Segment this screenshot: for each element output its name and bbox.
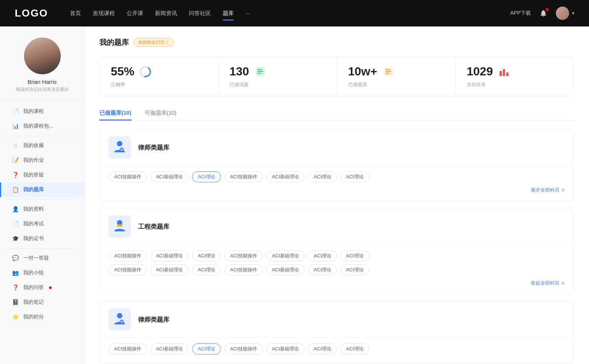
tag[interactable]: ACI理论 <box>308 264 337 275</box>
stat-done-b-value: 10w+ <box>348 65 377 78</box>
points-icon: ⭐ <box>12 314 19 320</box>
sidebar-item-label: 我的小组 <box>23 270 44 276</box>
nav-home[interactable]: 首页 <box>70 8 81 18</box>
navbar: LOGO 首页 发现课程 公开课 新闻资讯 问答社区 题库 ··· APP下载 … <box>0 0 589 26</box>
sidebar-item-my-questions[interactable]: ❓ 我的问答 <box>0 280 84 295</box>
tag[interactable]: ACI理论 <box>341 264 369 275</box>
profile-section: Brian Harris 错误的决定比没有决定要好 <box>0 38 84 100</box>
bank-card-1-body: ACI技能操作 ACI基础理论 ACI理论 ACI技能操作 ACI基础理论 AC… <box>100 165 574 201</box>
app-download-button[interactable]: APP下载 <box>510 10 531 17</box>
exam-icon: 📄 <box>12 221 19 227</box>
sidebar-item-my-points[interactable]: ⭐ 我的积分 <box>0 310 84 324</box>
sidebar-item-my-bank[interactable]: 📋 我的题库 <box>0 182 84 197</box>
avatar-image <box>24 38 61 74</box>
tag[interactable]: ACI技能操作 <box>109 343 147 354</box>
bank-2-tags-row2: ACI技能操作 ACI基础理论 ACI理论 ACI技能操作 ACI基础理论 AC… <box>109 264 565 275</box>
bank-card-1: 律师类题库 ACI技能操作 ACI基础理论 ACI理论 ACI技能操作 ACI基… <box>99 129 574 201</box>
sidebar-item-my-qa[interactable]: ❓ 我的答疑 <box>0 168 84 182</box>
sidebar-item-label: 我的作业 <box>23 157 44 164</box>
sidebar-item-label: 我的课程包... <box>23 123 53 129</box>
tag[interactable]: ACI技能操作 <box>109 264 147 275</box>
sidebar-item-my-notes[interactable]: 📓 我的笔记 <box>0 295 84 310</box>
nav-bank[interactable]: 题库 <box>223 8 234 18</box>
bank-card-1-header: 律师类题库 <box>100 130 574 165</box>
stat-done-q-label: 已做试题 <box>229 81 325 88</box>
sidebar-item-label: 我的题库 <box>23 186 44 193</box>
tag[interactable]: ACI理论 <box>192 264 221 275</box>
tag[interactable]: ACI基础理论 <box>267 343 305 354</box>
qa-icon: ❓ <box>12 172 19 178</box>
sidebar-item-my-cert[interactable]: 🎓 我的证书 <box>0 231 84 246</box>
stat-rank-value: 1029 <box>467 65 493 78</box>
bank-2-tags-row1: ACI技能操作 ACI基础理论 ACI理论 ACI技能操作 ACI基础理论 AC… <box>109 250 565 261</box>
donut-chart-icon <box>139 65 152 78</box>
tab-available-banks[interactable]: 可做题库(10) <box>145 107 177 121</box>
tag-active[interactable]: ACI理论 <box>192 171 221 182</box>
tag[interactable]: ACI基础理论 <box>267 250 305 261</box>
sidebar-item-one-on-one[interactable]: 💬 一对一答疑 <box>0 251 84 265</box>
sidebar-item-label: 我的课程 <box>23 108 44 115</box>
sidebar-item-my-exam[interactable]: 📄 我的考试 <box>0 217 84 231</box>
nav-menu: 首页 发现课程 公开课 新闻资讯 问答社区 题库 ··· <box>70 8 510 18</box>
main-content: 我的题库 体验剩余23天！ 55% 正确率 <box>85 26 589 364</box>
tag[interactable]: ACI理论 <box>192 250 221 261</box>
svg-rect-16 <box>119 224 121 225</box>
stat-done-questions: 130 已做试题 <box>218 57 337 96</box>
sidebar-item-label: 我的资料 <box>23 206 44 213</box>
expand-link-1[interactable]: 展开全部科目 ∨ <box>109 185 565 195</box>
sidebar-item-my-data[interactable]: 👤 我的资料 <box>0 202 84 217</box>
svg-point-14 <box>120 147 124 152</box>
list-orange-icon <box>382 65 395 78</box>
page-title: 我的题库 <box>99 38 129 47</box>
tag[interactable]: ACI技能操作 <box>225 250 263 261</box>
sidebar-item-label: 我的答疑 <box>23 172 44 178</box>
svg-point-17 <box>117 313 123 318</box>
homework-icon: 📝 <box>12 157 19 164</box>
svg-rect-12 <box>506 72 508 76</box>
tag[interactable]: ACI技能操作 <box>225 264 263 275</box>
notification-bell[interactable] <box>538 8 549 18</box>
tag[interactable]: ACI基础理论 <box>267 264 305 275</box>
lawyer-bank-icon <box>109 136 131 158</box>
bank-card-3-body: ACI技能操作 ACI基础理论 ACI理论 ACI技能操作 ACI基础理论 AC… <box>100 338 574 363</box>
tag-active[interactable]: ACI理论 <box>192 343 221 354</box>
tag[interactable]: ACI基础理论 <box>267 171 305 182</box>
logo: LOGO <box>15 7 48 19</box>
bank-card-3: 律师类题库 ACI技能操作 ACI基础理论 ACI理论 ACI技能操作 ACI基… <box>99 301 574 364</box>
nav-open-course[interactable]: 公开课 <box>127 8 143 18</box>
tag[interactable]: ACI基础理论 <box>151 171 189 182</box>
sidebar-item-my-group[interactable]: 👥 我的小组 <box>0 265 84 280</box>
nav-news[interactable]: 新闻资讯 <box>155 8 177 18</box>
stat-top: 1029 <box>467 65 563 78</box>
sidebar-item-my-course[interactable]: 📄 我的课程 <box>0 104 84 119</box>
page-body: Brian Harris 错误的决定比没有决定要好 📄 我的课程 📊 我的课程包… <box>0 26 589 364</box>
tag[interactable]: ACI技能操作 <box>109 250 147 261</box>
tag[interactable]: ACI技能操作 <box>109 171 147 182</box>
nav-qa[interactable]: 问答社区 <box>189 8 211 18</box>
tag[interactable]: ACI理论 <box>341 171 369 182</box>
tag[interactable]: ACI理论 <box>308 250 337 261</box>
chevron-down-icon: ▾ <box>572 11 574 16</box>
tag[interactable]: ACI技能操作 <box>225 343 263 354</box>
sidebar-item-my-favorite[interactable]: ☆ 我的收藏 <box>0 138 84 153</box>
nav-more[interactable]: ··· <box>246 8 250 18</box>
sidebar-divider-1 <box>7 136 77 136</box>
profile-avatar <box>24 38 61 74</box>
tag[interactable]: ACI理论 <box>341 250 369 261</box>
tag[interactable]: ACI基础理论 <box>151 264 189 275</box>
tag[interactable]: ACI理论 <box>341 343 369 354</box>
tag[interactable]: ACI技能操作 <box>225 171 263 182</box>
tab-done-banks[interactable]: 已做题库(10) <box>99 107 131 121</box>
tag[interactable]: ACI基础理论 <box>151 343 189 354</box>
tag[interactable]: ACI理论 <box>308 343 337 354</box>
bank-icon: 📋 <box>12 186 19 193</box>
sidebar-item-my-homework[interactable]: 📝 我的作业 <box>0 153 84 168</box>
trial-badge: 体验剩余23天！ <box>133 38 174 47</box>
tag[interactable]: ACI基础理论 <box>151 250 189 261</box>
collapse-link-2[interactable]: 收起全部科目 ∧ <box>109 278 565 288</box>
nav-discover[interactable]: 发现课程 <box>93 8 115 18</box>
user-avatar-area[interactable]: ▾ <box>556 7 574 20</box>
tag[interactable]: ACI理论 <box>308 171 337 182</box>
sidebar-item-my-course-pkg[interactable]: 📊 我的课程包... <box>0 119 84 133</box>
tabs-row: 已做题库(10) 可做题库(10) <box>99 107 574 121</box>
